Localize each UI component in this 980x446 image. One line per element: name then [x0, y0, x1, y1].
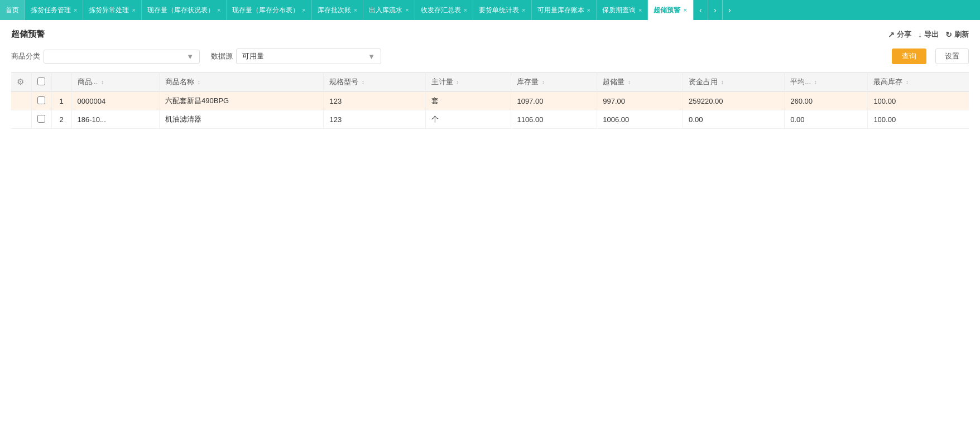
export-icon: ↓ — [918, 30, 922, 39]
filter-bar: 商品分类 ▼ 数据源 可用量 ▼ 查询 设置 — [11, 49, 969, 64]
td-product-name: 机油滤清器 — [160, 110, 324, 129]
nav-item-7[interactable]: 收发存汇总表 × — [415, 0, 473, 20]
th-capital: 资金占用 ↕ — [683, 72, 785, 92]
close-icon[interactable]: × — [405, 7, 409, 13]
nav-more-arrow[interactable]: › — [722, 0, 737, 20]
datasource-label: 数据源 — [211, 51, 233, 61]
td-avg: 0.00 — [785, 110, 868, 129]
nav-prev-arrow[interactable]: ‹ — [693, 0, 708, 20]
td-avg: 260.00 — [785, 92, 868, 110]
sort-icon[interactable]: ↕ — [721, 79, 724, 85]
td-maxstock: 100.00 — [868, 92, 969, 110]
page-title-row: 超储预警 ↗ 分享 ↓ 导出 ↻ 刷新 — [11, 29, 969, 40]
th-checkbox — [31, 72, 51, 92]
nav-item-1[interactable]: 拣货任务管理 × — [25, 0, 83, 20]
chevron-down-icon: ▼ — [186, 52, 194, 61]
settings-button[interactable]: 设置 — [935, 49, 969, 64]
nav-item-6[interactable]: 出入库流水 × — [363, 0, 415, 20]
sort-icon[interactable]: ↕ — [814, 79, 817, 85]
title-actions: ↗ 分享 ↓ 导出 ↻ 刷新 — [888, 30, 969, 40]
td-stock: 1106.00 — [511, 110, 597, 129]
share-button[interactable]: ↗ 分享 — [888, 30, 911, 40]
td-spec: 123 — [324, 110, 425, 129]
close-icon[interactable]: × — [638, 7, 642, 13]
th-maxstock: 最高库存 ↕ — [868, 72, 969, 92]
category-select[interactable]: ▼ — [44, 50, 200, 64]
close-icon[interactable]: × — [464, 7, 467, 13]
row-checkbox[interactable] — [37, 115, 45, 123]
table-row: 1 0000004 六配套新昌490BPG 123 套 1097.00 997.… — [11, 92, 969, 110]
td-rownum: 2 — [51, 110, 71, 129]
td-spec: 123 — [324, 92, 425, 110]
th-spec: 规格型号 ↕ — [324, 72, 425, 92]
td-unit: 套 — [425, 92, 511, 110]
sort-icon[interactable]: ↕ — [456, 79, 459, 85]
td-overstock: 997.00 — [597, 92, 683, 110]
th-gear: ⚙ — [11, 72, 31, 92]
sort-icon[interactable]: ↕ — [362, 79, 364, 85]
category-label: 商品分类 — [11, 51, 40, 61]
td-rownum: 1 — [51, 92, 71, 110]
query-button[interactable]: 查询 — [892, 49, 926, 64]
nav-item-5[interactable]: 库存批次账 × — [312, 0, 363, 20]
gear-icon[interactable]: ⚙ — [17, 77, 24, 86]
th-avg: 平均... ↕ — [785, 72, 868, 92]
close-icon[interactable]: × — [132, 7, 135, 13]
page-title: 超储预警 — [11, 29, 45, 40]
datasource-value: 可用量 — [242, 51, 264, 61]
th-unit: 主计量 ↕ — [425, 72, 511, 92]
datasource-select[interactable]: 可用量 ▼ — [236, 49, 381, 64]
sort-icon[interactable]: ↕ — [906, 79, 909, 85]
nav-item-10[interactable]: 保质期查询 × — [597, 0, 648, 20]
th-product-code: 商品... ↕ — [71, 72, 160, 92]
sort-icon[interactable]: ↕ — [628, 79, 631, 85]
page-container: 超储预警 ↗ 分享 ↓ 导出 ↻ 刷新 商品分类 ▼ 数据源 — [0, 20, 980, 138]
row-checkbox[interactable] — [37, 96, 45, 104]
table-header-row: ⚙ 商品... ↕ 商品名称 ↕ 规格型号 ↕ — [11, 72, 969, 92]
table-row: 2 186-10... 机油滤清器 123 个 1106.00 1006.00 … — [11, 110, 969, 129]
th-stock: 库存量 ↕ — [511, 72, 597, 92]
close-icon[interactable]: × — [683, 7, 686, 13]
td-stock: 1097.00 — [511, 92, 597, 110]
sort-icon[interactable]: ↕ — [198, 79, 200, 85]
td-capital: 259220.00 — [683, 92, 785, 110]
nav-next-arrow[interactable]: › — [708, 0, 722, 20]
nav-item-active[interactable]: 超储预警 × — [648, 0, 693, 20]
nav-item-home[interactable]: 首页 — [0, 0, 25, 20]
close-icon[interactable]: × — [522, 7, 525, 13]
close-icon[interactable]: × — [354, 7, 357, 13]
th-overstock: 超储量 ↕ — [597, 72, 683, 92]
td-capital: 0.00 — [683, 110, 785, 129]
category-filter: 商品分类 ▼ — [11, 50, 200, 64]
close-icon[interactable]: × — [587, 7, 590, 13]
td-gear — [11, 110, 31, 129]
nav-item-9[interactable]: 可用量库存账本 × — [532, 0, 597, 20]
share-icon: ↗ — [888, 30, 895, 39]
close-icon[interactable]: × — [217, 7, 220, 13]
th-rownum — [51, 72, 71, 92]
nav-item-2[interactable]: 拣货异常处理 × — [83, 0, 141, 20]
nav-item-3[interactable]: 现存量（库存状况表） × — [142, 0, 227, 20]
close-icon[interactable]: × — [302, 7, 305, 13]
close-icon[interactable]: × — [74, 7, 77, 13]
td-checkbox — [31, 92, 51, 110]
chevron-down-icon: ▼ — [368, 52, 375, 61]
sort-icon[interactable]: ↕ — [542, 79, 545, 85]
td-product-name: 六配套新昌490BPG — [160, 92, 324, 110]
nav-item-8[interactable]: 要货单统计表 × — [473, 0, 531, 20]
td-gear — [11, 92, 31, 110]
td-product-code: 186-10... — [71, 110, 160, 129]
refresh-icon: ↻ — [945, 30, 952, 39]
sort-icon[interactable]: ↕ — [101, 79, 104, 85]
td-overstock: 1006.00 — [597, 110, 683, 129]
data-table: ⚙ 商品... ↕ 商品名称 ↕ 规格型号 ↕ — [11, 72, 969, 129]
td-maxstock: 100.00 — [868, 110, 969, 129]
td-product-code: 0000004 — [71, 92, 160, 110]
export-button[interactable]: ↓ 导出 — [918, 30, 939, 40]
th-product-name: 商品名称 ↕ — [160, 72, 324, 92]
select-all-checkbox[interactable] — [37, 77, 45, 85]
nav-bar: 首页 拣货任务管理 × 拣货异常处理 × 现存量（库存状况表） × 现存量（库存… — [0, 0, 980, 20]
refresh-button[interactable]: ↻ 刷新 — [945, 30, 969, 40]
nav-item-4[interactable]: 现存量（库存分布表） × — [227, 0, 311, 20]
datasource-filter: 数据源 可用量 ▼ — [211, 49, 381, 64]
